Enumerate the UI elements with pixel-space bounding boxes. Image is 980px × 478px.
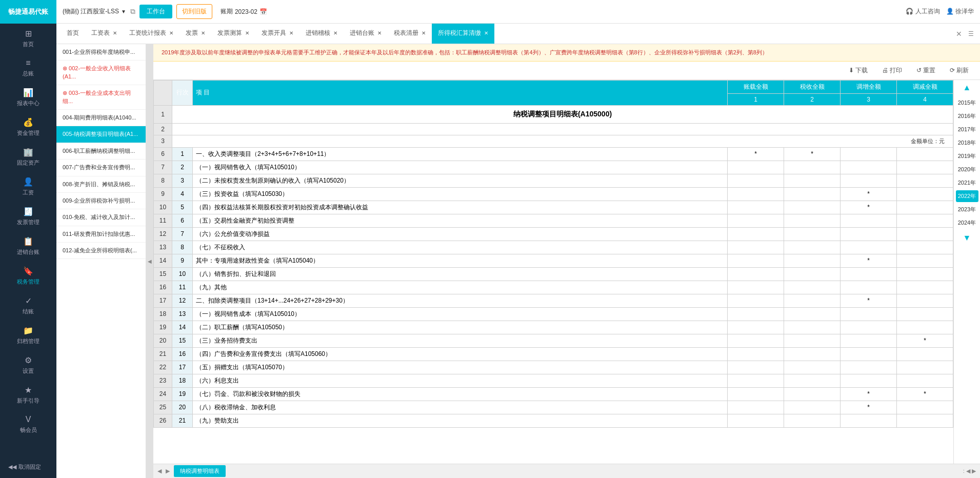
tab-close-all-btn[interactable]: ✕: [952, 26, 966, 42]
left-panel-item-011[interactable]: 011-研发费用加计扣除优惠...: [56, 226, 146, 243]
tab-payroll-report[interactable]: 工资统计报表 ✕: [123, 24, 179, 44]
item-cell[interactable]: （四）按权益法核算长期股权投资对初始投资成本调整确认收益: [193, 201, 728, 214]
tax-cell[interactable]: [784, 267, 841, 281]
item-cell[interactable]: （二）职工薪酬（填写A105050）: [193, 321, 728, 334]
tab-invoice-open[interactable]: 发票开具 ✕: [255, 24, 299, 44]
tab-income-tax[interactable]: 所得税汇算清缴 ✕: [432, 24, 494, 44]
decrease-cell[interactable]: [897, 241, 953, 254]
item-cell[interactable]: （三）业务招待费支出: [193, 334, 728, 347]
book-cell[interactable]: [728, 361, 784, 374]
increase-cell[interactable]: [841, 147, 897, 161]
tax-cell[interactable]: [784, 161, 841, 174]
sheet-left-arrow[interactable]: ◀: [157, 468, 162, 474]
item-cell[interactable]: （五）交易性金融资产初始投资调整: [193, 214, 728, 227]
tab-invoice-in-close[interactable]: ✕: [333, 30, 337, 36]
tax-cell[interactable]: [784, 174, 841, 187]
increase-cell[interactable]: [841, 214, 897, 227]
item-cell[interactable]: （九）赞助支出: [193, 414, 728, 427]
tab-tax-clear-close[interactable]: ✕: [422, 30, 426, 36]
sidebar-item-home[interactable]: ⊞ 首页: [0, 24, 56, 53]
tax-cell[interactable]: [784, 414, 841, 427]
sidebar-item-report-center[interactable]: 📊 报表中心: [0, 83, 56, 112]
refresh-btn[interactable]: ⟳ 刷新: [947, 65, 972, 76]
decrease-cell[interactable]: [897, 254, 953, 267]
book-cell[interactable]: [728, 401, 784, 414]
decrease-cell[interactable]: [897, 307, 953, 321]
tab-invoice-calc-close[interactable]: ✕: [245, 30, 249, 36]
tax-cell[interactable]: [784, 307, 841, 321]
sheet-right-arrow[interactable]: ▶: [166, 468, 170, 474]
book-cell[interactable]: [728, 334, 784, 347]
sidebar-item-archive[interactable]: 📁 归档管理: [0, 321, 56, 350]
tax-cell[interactable]: [784, 321, 841, 334]
increase-cell[interactable]: [841, 241, 897, 254]
company-selector[interactable]: (物副) 江西股室-LSS ▼: [63, 7, 126, 16]
book-cell[interactable]: [728, 214, 784, 227]
item-cell[interactable]: （三）投资收益（填写A105030）: [193, 187, 728, 201]
left-panel-item-010[interactable]: 010-免税、减计收入及加计...: [56, 209, 146, 226]
bottom-sheet-tab[interactable]: 纳税调整明细表: [174, 465, 226, 477]
user-avatar[interactable]: 👤 徐泽华: [946, 7, 974, 16]
download-btn[interactable]: ⬇ 下载: [846, 65, 871, 76]
tax-cell[interactable]: [784, 187, 841, 201]
year-item[interactable]: 2018年: [956, 137, 978, 149]
year-item[interactable]: 2023年: [956, 204, 978, 215]
left-panel-item-006[interactable]: 006-职工薪酬纳税调整明细...: [56, 143, 146, 160]
sidebar-item-tax-mgmt[interactable]: 🔖 税务管理: [0, 261, 56, 291]
tax-cell[interactable]: *: [784, 147, 841, 161]
year-item[interactable]: 2021年: [956, 177, 978, 189]
decrease-cell[interactable]: [897, 281, 953, 294]
tax-cell[interactable]: [784, 347, 841, 361]
item-cell[interactable]: （八）销售折扣、折让和退回: [193, 267, 728, 281]
tab-invoice-ledger[interactable]: 进销台账 ✕: [344, 24, 388, 44]
tab-invoice[interactable]: 发票 ✕: [179, 24, 211, 44]
increase-cell[interactable]: [841, 267, 897, 281]
tab-home[interactable]: 首页: [61, 24, 85, 44]
item-cell[interactable]: （一）视同销售收入（填写A105010）: [193, 161, 728, 174]
book-cell[interactable]: [728, 241, 784, 254]
increase-cell[interactable]: *: [841, 187, 897, 201]
year-scroll-down[interactable]: ▼: [954, 230, 980, 246]
tab-tax-clear[interactable]: 税表清册 ✕: [388, 24, 432, 44]
worktable-button[interactable]: 工作台: [139, 5, 172, 18]
book-cell[interactable]: [728, 187, 784, 201]
book-cell[interactable]: [728, 174, 784, 187]
decrease-cell[interactable]: [897, 187, 953, 201]
increase-cell[interactable]: [841, 361, 897, 374]
book-cell[interactable]: [728, 321, 784, 334]
unpin-btn[interactable]: ◀◀ 取消固定: [4, 460, 52, 474]
tab-income-tax-close[interactable]: ✕: [484, 30, 488, 36]
tax-cell[interactable]: [784, 374, 841, 387]
left-panel-item-005[interactable]: 005-纳税调整项目明细表(A1...: [56, 126, 146, 143]
year-item[interactable]: 2019年: [956, 150, 978, 162]
print-btn[interactable]: 🖨 打印: [879, 65, 905, 76]
increase-cell[interactable]: [841, 374, 897, 387]
item-cell[interactable]: （五）捐赠支出（填写A105070）: [193, 361, 728, 374]
item-cell[interactable]: （六）公允价值变动净损益: [193, 227, 728, 241]
increase-cell[interactable]: [841, 334, 897, 347]
tax-cell[interactable]: [784, 294, 841, 307]
decrease-cell[interactable]: [897, 174, 953, 187]
decrease-cell[interactable]: [897, 321, 953, 334]
book-cell[interactable]: [728, 347, 784, 361]
decrease-cell[interactable]: *: [897, 387, 953, 401]
sidebar-bottom[interactable]: ◀◀ 取消固定: [0, 456, 56, 478]
book-cell[interactable]: [728, 414, 784, 427]
year-item[interactable]: 2017年: [956, 124, 978, 135]
item-cell[interactable]: （七）罚金、罚款和被没收财物的损失: [193, 387, 728, 401]
decrease-cell[interactable]: [897, 201, 953, 214]
left-panel-item-001[interactable]: 001-企业所得税年度纳税申...: [56, 44, 146, 61]
decrease-cell[interactable]: [897, 401, 953, 414]
book-cell[interactable]: [728, 254, 784, 267]
book-cell[interactable]: [728, 227, 784, 241]
decrease-cell[interactable]: [897, 147, 953, 161]
decrease-cell[interactable]: *: [897, 334, 953, 347]
item-cell[interactable]: （七）不征税收入: [193, 241, 728, 254]
sidebar-item-asset-mgmt[interactable]: 💰 资金管理: [0, 112, 56, 142]
year-item[interactable]: 2015年: [956, 97, 978, 109]
book-cell[interactable]: [728, 267, 784, 281]
sidebar-item-payroll[interactable]: 👤 工资: [0, 172, 56, 202]
calendar-icon[interactable]: 📅: [259, 8, 267, 15]
book-cell[interactable]: *: [728, 147, 784, 161]
sidebar-item-invoice-mgmt[interactable]: 🧾 发票管理: [0, 202, 56, 231]
